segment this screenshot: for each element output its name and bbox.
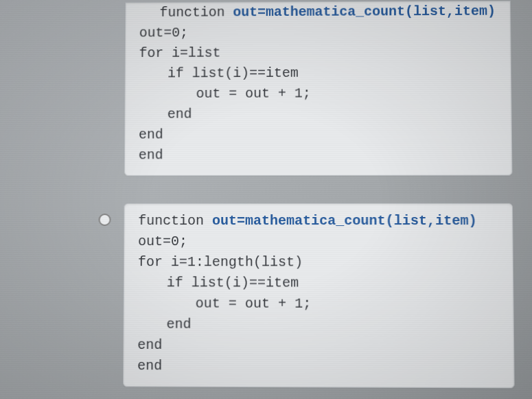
code-line: function out=mathematica_count(list,item… [138, 211, 498, 231]
code-line: end [139, 124, 498, 146]
code-line: out = out + 1; [138, 293, 500, 315]
code-line: end [139, 104, 498, 125]
screen-container: function out=mathematica_count(list,item… [0, 1, 532, 389]
code-text: function [138, 213, 212, 229]
code-line: if list(i)==item [139, 62, 497, 84]
code-text: function [160, 5, 233, 21]
code-line: for i=list [139, 42, 497, 64]
code-line: function out=mathematica_count(list,item… [160, 1, 497, 23]
code-bold: out=mathematica_count(list,item) [212, 213, 477, 229]
code-bold: out=mathematica_count(list,item) [233, 3, 496, 20]
code-line: end [137, 335, 500, 357]
code-line: out = out + 1; [139, 83, 497, 104]
radio-option-icon[interactable] [99, 214, 111, 226]
code-line: out=0; [138, 231, 498, 252]
code-line: for i=1:length(list) [138, 252, 499, 273]
code-line: end [137, 314, 499, 336]
code-line: out=0; [139, 22, 497, 44]
code-block-2: function out=mathematica_count(list,item… [123, 203, 515, 389]
code-line: end [139, 145, 498, 166]
code-line: if list(i)==item [138, 273, 499, 294]
code-line: end [137, 356, 500, 378]
code-block-1: function out=mathematica_count(list,item… [124, 1, 513, 176]
